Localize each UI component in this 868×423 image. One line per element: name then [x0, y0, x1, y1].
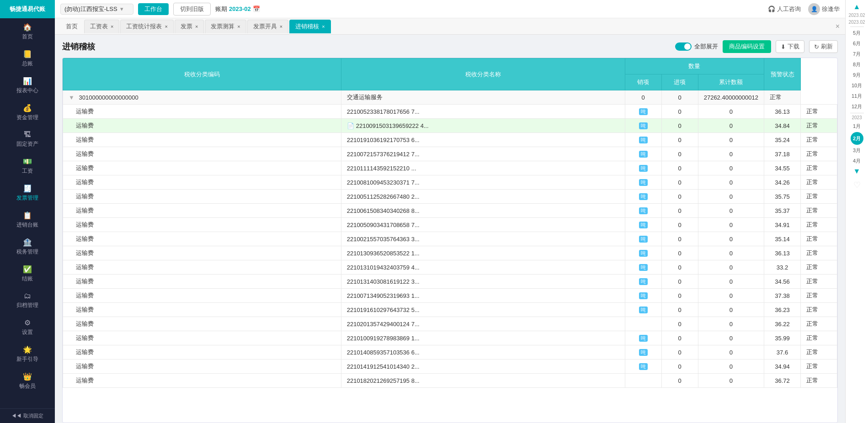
download-button[interactable]: ⬇ 下载	[776, 40, 804, 53]
sidebar-item-guide[interactable]: 🌟 新手引导	[0, 341, 55, 368]
tab-salary-stats[interactable]: 工资统计报表 ×	[120, 20, 173, 33]
sidebar-item-archive[interactable]: 🗂 归档管理	[0, 287, 55, 314]
sidebar-item-checkout[interactable]: ✅ 结账	[0, 260, 55, 287]
table-row[interactable]: 运输费 2210051125282667480 2... 吨 0 0 35.75…	[63, 190, 837, 204]
purchase-cell: 0	[698, 317, 764, 331]
sales-cell: 0	[661, 190, 698, 204]
table-row[interactable]: 运输费 2210081009453230371 7... 吨 0 0 34.26…	[63, 175, 837, 190]
purchase-cell: 0	[698, 204, 764, 218]
table-row[interactable]: 运输费 2210130936520853522 1... 吨 0 0 36.13…	[63, 246, 837, 260]
tab-close-icon[interactable]: ×	[237, 24, 240, 29]
table-row[interactable]: 运输费 2210071349052319693 1... 吨 0 0 37.38…	[63, 289, 837, 303]
heart-icon[interactable]: ♡	[853, 180, 861, 190]
tab-salary-table[interactable]: 工资表 ×	[84, 20, 119, 33]
tab-close-icon[interactable]: ×	[165, 24, 167, 29]
table-row[interactable]: 运输费 2210182021269257195 8... 0 0 36.72 正…	[63, 374, 837, 388]
tab-close-icon[interactable]: ×	[111, 24, 113, 29]
tab-close-icon[interactable]: ×	[322, 24, 325, 29]
workbench-button[interactable]: 工作台	[138, 3, 169, 15]
toolbar-right: 全部展开 商品编码设置 ⬇ 下载 ↻ 刷新	[675, 40, 838, 53]
tab-invoice-open[interactable]: 发票开具 ×	[247, 20, 288, 33]
tab-close-all-button[interactable]: ×	[836, 22, 840, 31]
unit-cell: 吨	[625, 246, 661, 260]
tab-invoice[interactable]: 发票 ×	[175, 20, 204, 33]
table-row[interactable]: 运输费 2210140859357103536 6... 吨 0 0 37.6 …	[63, 345, 837, 360]
table-row[interactable]: ▼ 301000000000000000 交通运输服务 0 0 27262.40…	[63, 90, 837, 105]
collapse-icon[interactable]: ▼	[69, 94, 75, 101]
sidebar-item-tax[interactable]: 🏦 税务管理	[0, 233, 55, 260]
timeline-month-5[interactable]: 5月	[849, 28, 865, 38]
table-row[interactable]: 运输费 2210191610297643732 5... 吨 0 0 36.23…	[63, 303, 837, 317]
timeline-up-button[interactable]: ▲	[852, 2, 862, 12]
sidebar-item-asset[interactable]: 🏗 固定资产	[0, 126, 55, 153]
sidebar-item-sales[interactable]: 📋 进销台账	[0, 206, 55, 233]
timeline-month-3[interactable]: 3月	[849, 145, 865, 156]
table-row[interactable]: 运输费 📄2210091503139659222 4... 吨 0 0 34.8…	[63, 119, 837, 133]
user-info[interactable]: 👤 徐逢华	[808, 3, 840, 15]
goods-settings-button[interactable]: 商品编码设置	[723, 40, 771, 53]
switch-old-button[interactable]: 切到旧版	[173, 3, 211, 16]
sidebar-item-report[interactable]: 📊 报表中心	[0, 72, 55, 99]
timeline-month-8[interactable]: 8月	[849, 59, 865, 70]
table-row[interactable]: 运输费 2210111143592152210 ... 吨 0 0 34.55 …	[63, 161, 837, 175]
sub-indent-cell: 运输费	[63, 105, 341, 119]
table-row[interactable]: 运输费 2210072157376219412 7... 吨 0 0 37.18…	[63, 147, 837, 161]
purchase-cell: 0	[698, 275, 764, 289]
cumulative-cell: 35.24	[764, 133, 801, 147]
table-row[interactable]: 运输费 2210021557035764363 3... 吨 0 0 35.14…	[63, 232, 837, 246]
cumulative-cell: 37.18	[764, 147, 801, 161]
sales-cell: 0	[661, 147, 698, 161]
tab-close-icon[interactable]: ×	[280, 24, 282, 29]
cumulative-cell: 37.38	[764, 289, 801, 303]
sidebar-item-member[interactable]: 👑 畅会员	[0, 368, 55, 395]
main-area: (勿动)江西报宝-LSS ▾ 工作台 切到旧版 账期 2023-02 📅 🎧 人…	[55, 0, 845, 423]
sidebar-item-home[interactable]: 🏠 首页	[0, 18, 55, 45]
company-selector[interactable]: (勿动)江西报宝-LSS ▾	[60, 4, 133, 15]
tab-close-icon[interactable]: ×	[195, 24, 198, 29]
timeline-month-1[interactable]: 1月	[849, 121, 865, 132]
timeline-month-6[interactable]: 6月	[849, 38, 865, 49]
toggle-track[interactable]	[675, 42, 692, 51]
invoice-id-cell: 2210201357429400124 7...	[341, 317, 625, 331]
table-row[interactable]: 运输费 2210191036192170753 6... 吨 0 0 35.24…	[63, 133, 837, 147]
table-row[interactable]: 运输费 2210201357429400124 7... 0 0 36.22 正…	[63, 317, 837, 331]
table-row[interactable]: 运输费 2210061508340340268 8... 吨 0 0 35.37…	[63, 204, 837, 218]
unit-cell: 吨	[625, 190, 661, 204]
refresh-button[interactable]: ↻ 刷新	[809, 40, 838, 53]
tab-home[interactable]: 首页	[60, 20, 83, 33]
timeline-month-12[interactable]: 12月	[849, 101, 865, 112]
support-button[interactable]: 🎧 人工咨询	[768, 5, 801, 13]
unpin-button[interactable]: ◀◀ 取消固定	[0, 408, 55, 423]
sidebar-item-ledger[interactable]: 📒 总账	[0, 45, 55, 72]
data-table-container: 税收分类编码 税收分类名称 数量 预警状态 销项 进项 累计数额 ▼ 3010	[62, 58, 838, 423]
sidebar-item-invoice[interactable]: 🧾 发票管理	[0, 180, 55, 206]
invoice-id-cell: 2210071349052319693 1...	[341, 289, 625, 303]
table-row[interactable]: 运输费 2210131019432403759 4... 吨 0 0 33.2 …	[63, 260, 837, 275]
timeline-down-button[interactable]: ▼	[852, 166, 862, 176]
table-row[interactable]: 运输费 2210131403081619122 3... 吨 0 0 34.56…	[63, 275, 837, 289]
timeline-month-4[interactable]: 4月	[849, 156, 865, 166]
sidebar-item-capital[interactable]: 💰 资金管理	[0, 99, 55, 126]
table-row[interactable]: 运输费 2210100919278983869 1... 吨 0 0 35.99…	[63, 331, 837, 345]
calendar-icon[interactable]: 📅	[253, 5, 260, 12]
timeline-month-2-active[interactable]: 2月	[851, 132, 863, 145]
timeline-month-9[interactable]: 9月	[849, 70, 865, 80]
settings-icon: ⚙	[24, 318, 31, 327]
timeline-month-11[interactable]: 11月	[849, 91, 865, 101]
unit-tag: 吨	[639, 250, 648, 257]
sales-cell: 0	[661, 260, 698, 275]
table-row[interactable]: 运输费 2210141912541014340 2... 吨 0 0 34.94…	[63, 360, 837, 374]
sidebar-item-settings[interactable]: ⚙ 设置	[0, 314, 55, 341]
tab-invoice-calc[interactable]: 发票测算 ×	[205, 20, 246, 33]
expand-all-toggle[interactable]: 全部展开	[675, 42, 718, 51]
sidebar-item-salary[interactable]: 💵 工资	[0, 153, 55, 180]
timeline-month-7[interactable]: 7月	[849, 49, 865, 59]
timeline-month-10[interactable]: 10月	[849, 80, 865, 91]
table-row[interactable]: 运输费 2210050903431708658 7... 吨 0 0 34.91…	[63, 218, 837, 232]
tab-sales-check[interactable]: 进销稽核 ×	[289, 20, 330, 33]
unit-cell: 吨	[625, 105, 661, 119]
table-row[interactable]: 运输费 2210052338178017656 7... 吨 0 0 36.13…	[63, 105, 837, 119]
timeline-year-2023: 2023	[852, 114, 862, 121]
data-table: 税收分类编码 税收分类名称 数量 预警状态 销项 进项 累计数额 ▼ 3010	[63, 58, 837, 388]
status-cell: 正常	[801, 303, 837, 317]
